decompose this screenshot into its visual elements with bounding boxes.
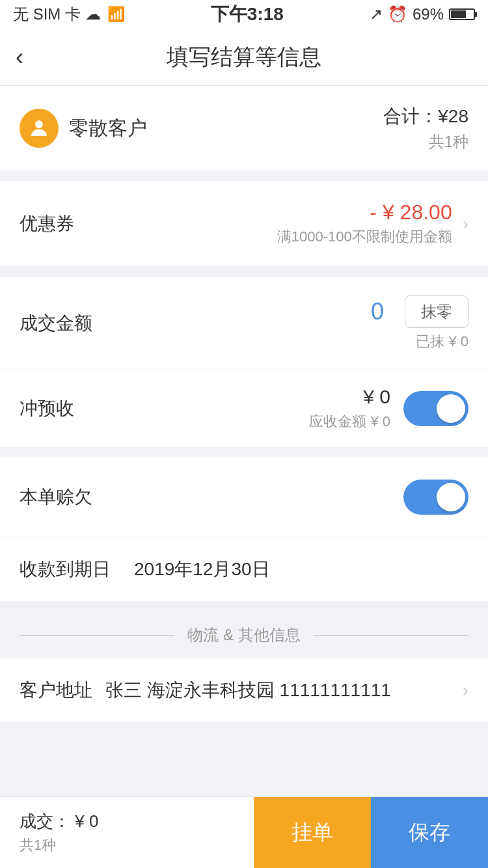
bottom-transaction: 成交： ¥ 0 [20,810,234,833]
round-button[interactable]: 抹零 [405,295,468,328]
customer-row: 零散客户 合计：¥28 共1种 [0,86,488,170]
coupon-row[interactable]: 优惠券 - ¥ 28.00 满1000-100不限制使用金额 › [0,181,488,267]
save-button[interactable]: 保存 [371,797,488,869]
coupon-amount: - ¥ 28.00 [277,200,452,224]
page-title: 填写结算等信息 [167,42,321,72]
address-chevron-icon: › [463,680,468,701]
prepay-toggle[interactable] [403,391,468,426]
prepay-label: 冲预收 [20,396,74,421]
toggle-knob [437,394,465,423]
transaction-row: 成交金额 0 抹零 已抹 ¥ 0 [0,277,488,370]
bottom-trans-label: 成交： [20,811,70,831]
status-right: ↗ ⏰ 69% [370,5,475,23]
total-amount: 合计：¥28 [383,104,468,129]
debit-toggle[interactable] [403,480,468,515]
customer-name: 零散客户 [69,115,147,142]
svg-point-0 [35,120,43,128]
debit-row: 本单赊欠 [0,457,488,537]
status-time: 下午3:18 [211,2,284,27]
battery-percent: 69% [413,5,444,23]
prepay-amount: ¥ 0 [309,386,390,408]
hang-button[interactable]: 挂单 [254,797,371,869]
battery-icon [449,8,475,20]
wifi-icon: 📶 [107,6,125,23]
user-icon [27,116,51,140]
divider-line-right [314,635,468,636]
bottom-count: 共1种 [20,835,234,855]
prepay-row: 冲预收 ¥ 0 应收金额 ¥ 0 [0,370,488,447]
coupon-info: - ¥ 28.00 满1000-100不限制使用金额 [277,200,452,247]
debit-section: 本单赊欠 收款到期日 2019年12月30日 [0,457,488,601]
transaction-label: 成交金额 [20,311,92,336]
address-label: 客户地址 [20,678,92,703]
prepay-amounts: ¥ 0 应收金额 ¥ 0 [309,386,390,431]
coupon-desc: 满1000-100不限制使用金额 [277,227,452,247]
debit-toggle-knob [437,483,465,511]
location-icon: ↗ [370,5,383,23]
prepay-right: ¥ 0 应收金额 ¥ 0 [309,386,468,431]
logistics-label: 物流 & 其他信息 [187,625,300,645]
customer-totals: 合计：¥28 共1种 [383,104,468,152]
total-count: 共1种 [383,131,468,152]
due-date-label: 收款到期日 [20,557,111,582]
logistics-divider: 物流 & 其他信息 [0,612,488,658]
chevron-right-icon: › [463,213,468,234]
main-content: 零散客户 合计：¥28 共1种 优惠券 - ¥ 28.00 满1000-100不… [0,86,488,811]
due-date-value: 2019年12月30日 [134,557,270,582]
alarm-icon: ⏰ [388,5,407,23]
transaction-section: 成交金额 0 抹零 已抹 ¥ 0 冲预收 ¥ 0 应收金额 ¥ 0 [0,277,488,447]
bottom-trans-value: ¥ 0 [75,811,98,831]
customer-info: 零散客户 [20,109,147,148]
transaction-value: 0 [371,298,384,325]
nav-bar: ‹ 填写结算等信息 [0,29,488,86]
prepay-sub: 应收金额 ¥ 0 [309,412,390,431]
transaction-right: 0 抹零 已抹 ¥ 0 [371,295,468,351]
address-value: 张三 海淀永丰科技园 11111111111 [105,678,463,703]
debit-label: 本单赊欠 [20,485,92,509]
coupon-label: 优惠券 [20,211,74,236]
coupon-card: 优惠券 - ¥ 28.00 满1000-100不限制使用金额 › [0,181,488,267]
status-bar: 无 SIM 卡 ☁ 📶 下午3:18 ↗ ⏰ 69% [0,0,488,29]
transaction-sub: 已抹 ¥ 0 [371,332,468,351]
no-sim-text: 无 SIM 卡 ☁ [13,4,101,25]
divider-line-left [20,635,174,636]
transaction-info: 0 抹零 已抹 ¥ 0 [371,295,468,351]
bottom-bar: 成交： ¥ 0 共1种 挂单 保存 [0,796,488,868]
back-button[interactable]: ‹ [16,44,23,71]
due-date-row: 收款到期日 2019年12月30日 [0,537,488,601]
coupon-right: - ¥ 28.00 满1000-100不限制使用金额 › [277,200,468,247]
bottom-info: 成交： ¥ 0 共1种 [0,810,254,855]
status-left: 无 SIM 卡 ☁ 📶 [13,4,125,25]
address-row[interactable]: 客户地址 张三 海淀永丰科技园 11111111111 › [0,658,488,722]
avatar [20,109,59,148]
